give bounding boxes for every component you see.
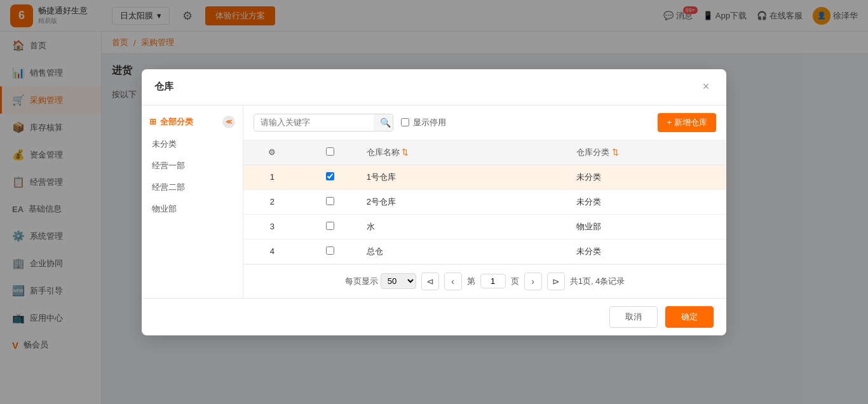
modal-body: ⊞ 全部分类 ≪ 未分类 经营一部 经营二部 物业部 🔍 (142, 105, 726, 298)
all-categories-label: 全部分类 (160, 116, 193, 128)
confirm-button[interactable]: 确定 (665, 306, 714, 328)
last-page-btn[interactable]: ⊳ (547, 273, 565, 290)
th-num: ⚙ (243, 140, 301, 165)
page-label: 第 (467, 276, 475, 287)
row-name: 1号仓库 (359, 165, 569, 189)
search-input[interactable] (254, 114, 374, 130)
modal-overlay: 仓库 × ⊞ 全部分类 ≪ 未分类 经营一部 经营二部 物业部 (0, 0, 868, 404)
right-toolbar: 🔍 显示停用 + 新增仓库 (243, 105, 726, 140)
category-panel: ⊞ 全部分类 ≪ 未分类 经营一部 经营二部 物业部 (142, 105, 243, 298)
warehouse-table: ⚙ 仓库... ⇅ 仓库名称 ⇅ 仓库分类 ⇅ 1 01 1号仓库 未分类 2 … (243, 140, 726, 264)
row-checkbox-cell (301, 214, 359, 239)
table-row[interactable]: 3 03 水 物业部 (243, 214, 726, 239)
th-checkbox (301, 140, 359, 165)
row-checkbox-cell (301, 189, 359, 214)
per-page-label: 每页显示 (345, 276, 378, 287)
table-row[interactable]: 2 02 2号仓库 未分类 (243, 189, 726, 214)
warehouse-modal: 仓库 × ⊞ 全部分类 ≪ 未分类 经营一部 经营二部 物业部 (142, 69, 726, 335)
page-unit: 页 (511, 276, 519, 287)
total-info: 共1页, 4条记录 (570, 276, 625, 287)
per-page-dropdown[interactable]: 50 100 200 (381, 273, 416, 289)
prev-page-btn[interactable]: ‹ (444, 273, 462, 290)
table-row[interactable]: 1 01 1号仓库 未分类 (243, 165, 726, 189)
category-item-dept2[interactable]: 经营二部 (142, 177, 243, 198)
modal-close-btn[interactable]: × (698, 79, 714, 95)
row-category: 未分类 (569, 165, 726, 189)
pagination: 每页显示 50 100 200 ⊲ ‹ 第 页 › ⊳ 共1页, 4条记录 (243, 264, 726, 298)
th-category: 仓库分类 ⇅ (569, 140, 726, 165)
category-item-property[interactable]: 物业部 (142, 198, 243, 220)
warehouse-table-container: ⚙ 仓库... ⇅ 仓库名称 ⇅ 仓库分类 ⇅ 1 01 1号仓库 未分类 2 … (243, 140, 726, 264)
row-checkbox[interactable] (326, 222, 334, 230)
row-num: 3 (243, 214, 301, 239)
modal-footer: 取消 确定 (142, 298, 726, 335)
show-disabled-label: 显示停用 (413, 117, 446, 128)
row-num: 2 (243, 189, 301, 214)
row-checkbox[interactable] (326, 246, 334, 255)
row-checkbox[interactable] (326, 172, 334, 180)
select-all-checkbox[interactable] (326, 147, 334, 156)
right-panel: 🔍 显示停用 + 新增仓库 ⚙ (243, 105, 726, 298)
modal-title: 仓库 (154, 81, 173, 93)
page-size-select: 每页显示 50 100 200 (345, 273, 416, 289)
show-disabled-area: 显示停用 (401, 117, 446, 128)
page-number-input[interactable] (480, 274, 506, 288)
all-categories-item[interactable]: ⊞ 全部分类 ≪ (142, 111, 243, 133)
row-num: 1 (243, 165, 301, 189)
modal-header: 仓库 × (142, 69, 726, 105)
row-name: 2号仓库 (359, 189, 569, 214)
cancel-button[interactable]: 取消 (609, 306, 658, 328)
new-warehouse-label: 新增仓库 (674, 117, 707, 128)
show-disabled-checkbox[interactable] (401, 118, 409, 126)
category-item-dept1[interactable]: 经营一部 (142, 155, 243, 177)
row-category: 物业部 (569, 214, 726, 239)
row-name: 总仓 (359, 239, 569, 264)
search-icon[interactable]: 🔍 (374, 114, 393, 131)
collapse-icon[interactable]: ≪ (222, 116, 235, 128)
new-warehouse-btn[interactable]: + 新增仓库 (658, 113, 716, 132)
th-name: 仓库名称 ⇅ (359, 140, 569, 165)
search-box: 🔍 (254, 114, 393, 131)
table-row[interactable]: 4 DEFAULT 总仓 未分类 (243, 239, 726, 264)
row-category: 未分类 (569, 189, 726, 214)
row-category: 未分类 (569, 239, 726, 264)
row-checkbox-cell (301, 165, 359, 189)
category-item-unclassified[interactable]: 未分类 (142, 133, 243, 155)
row-checkbox[interactable] (326, 197, 334, 205)
row-checkbox-cell (301, 239, 359, 264)
next-page-btn[interactable]: › (524, 273, 542, 290)
plus-icon: + (667, 118, 672, 127)
row-num: 4 (243, 239, 301, 264)
row-name: 水 (359, 214, 569, 239)
table-header-row: ⚙ 仓库... ⇅ 仓库名称 ⇅ 仓库分类 ⇅ (243, 140, 726, 165)
grid-icon: ⊞ (149, 117, 156, 126)
first-page-btn[interactable]: ⊲ (421, 273, 439, 290)
